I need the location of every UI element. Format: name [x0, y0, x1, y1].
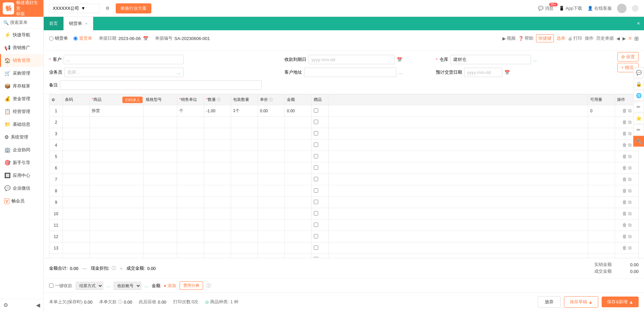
- delete-icon-3[interactable]: 🗑: [622, 131, 627, 137]
- row-amount-1[interactable]: 0.00: [285, 105, 312, 117]
- copy-icon-1[interactable]: ⧉: [628, 108, 632, 114]
- copy-icon-3[interactable]: ⧉: [628, 131, 632, 137]
- one-click-payment[interactable]: 一键收款: [49, 283, 72, 289]
- warehouse-input[interactable]: 建材仓: [450, 55, 531, 64]
- copy-icon-13[interactable]: ⧉: [628, 245, 632, 251]
- delete-icon-2[interactable]: 🗑: [622, 119, 627, 125]
- row-product-1[interactable]: 拆货: [90, 105, 144, 117]
- copy-icon-8[interactable]: ⧉: [628, 188, 632, 194]
- sidebar-item-quick-nav[interactable]: ⚡ 快捷导航: [0, 29, 43, 41]
- row-gift-2[interactable]: [312, 117, 329, 128]
- delete-icon-12[interactable]: 🗑: [622, 234, 627, 239]
- sidebar-item-marketing[interactable]: 📢 营销推广: [0, 41, 43, 54]
- copy-icon-2[interactable]: ⧉: [628, 119, 632, 125]
- notes-input[interactable]: [60, 80, 262, 90]
- scan-btn[interactable]: 扫码录入: [122, 96, 143, 103]
- tab-sales-order[interactable]: 销货单 ×: [64, 17, 93, 30]
- sidebar-item-enterprise[interactable]: 🏢 企业协同: [0, 144, 43, 156]
- sidebar-item-operations-mgmt[interactable]: 📋 经营管理: [0, 105, 43, 118]
- next-icon[interactable]: ▶: [622, 36, 626, 41]
- row-unit-1[interactable]: 个: [177, 105, 204, 117]
- tab-home[interactable]: 首页: [44, 17, 64, 30]
- short-help-icon[interactable]: ⓘ: [118, 299, 122, 305]
- app-download-btn[interactable]: 📱 App下载: [559, 5, 582, 11]
- experience-btn[interactable]: 体验行业方案: [116, 3, 151, 13]
- sidebar-item-purchase-mgmt[interactable]: 🛒 采购管理: [0, 67, 43, 80]
- delete-icon-8[interactable]: 🗑: [622, 188, 627, 194]
- operations-btn[interactable]: 操作: [585, 35, 594, 41]
- copy-icon-9[interactable]: ⧉: [628, 199, 632, 205]
- customer-input[interactable]: ...: [64, 55, 184, 64]
- collapse-icon[interactable]: ◀: [36, 302, 40, 308]
- print-btn[interactable]: 🖨 打印: [568, 35, 582, 41]
- float-btn-4[interactable]: ✏: [633, 102, 644, 112]
- fee-btn[interactable]: 费用分摊: [180, 281, 203, 290]
- copy-icon-12[interactable]: ⧉: [628, 234, 632, 239]
- calendar-delivery-icon[interactable]: 📅: [504, 70, 510, 75]
- settings-btn[interactable]: ⚙ 设置: [617, 52, 639, 62]
- select-btn[interactable]: 选单: [557, 35, 565, 41]
- tabbar-close-btn[interactable]: ×: [633, 17, 644, 30]
- row-unit-2[interactable]: [177, 117, 204, 128]
- sidebar-search[interactable]: 🔍 搜索菜单: [0, 17, 43, 29]
- payment-method-select[interactable]: 结算方式: [76, 282, 103, 290]
- row-spec-2[interactable]: [144, 117, 177, 128]
- row-gift-1[interactable]: [312, 105, 329, 117]
- row-price-2[interactable]: [258, 117, 285, 128]
- radio-sales-input[interactable]: [49, 36, 53, 41]
- calendar-due-icon[interactable]: 📅: [397, 57, 402, 62]
- delete-icon-6[interactable]: 🗑: [622, 165, 627, 171]
- row-pkgqty-2[interactable]: [231, 117, 258, 128]
- row-spec-1[interactable]: [144, 105, 177, 117]
- shortcut-btn[interactable]: 快捷键: [536, 34, 554, 42]
- row-qty-1[interactable]: -1.00: [204, 105, 231, 117]
- float-btn-6[interactable]: ✏: [633, 124, 644, 135]
- customer-addr-input[interactable]: [304, 68, 396, 77]
- settings-icon[interactable]: ⚙: [3, 302, 8, 308]
- sidebar-item-system-mgmt[interactable]: ⚙ 系统管理: [0, 131, 43, 144]
- sidebar-item-basic-info[interactable]: 📁 基础信息: [0, 118, 43, 131]
- message-btn[interactable]: 💬 消息 99+: [538, 5, 554, 11]
- sidebar-item-finance-mgmt[interactable]: 💰 资金管理: [0, 92, 43, 105]
- float-btn-2[interactable]: 🔒: [633, 79, 644, 89]
- radio-return[interactable]: 退货单: [73, 35, 92, 41]
- row-price-1[interactable]: 0.00: [258, 105, 285, 117]
- row-qty-2[interactable]: [204, 117, 231, 128]
- save-draft-btn[interactable]: 保存草稿 ▲: [564, 296, 599, 308]
- radio-sales[interactable]: 销货单: [49, 35, 68, 41]
- save-new-btn[interactable]: 保存&新增 ▲: [602, 297, 639, 307]
- sidebar-item-new-guide[interactable]: 🎯 新手引导: [0, 156, 43, 169]
- sidebar-item-vip[interactable]: V 畅会员: [0, 195, 43, 207]
- view-icon-2[interactable]: ⊞: [634, 35, 639, 42]
- company-selector[interactable]: XXXXXX公司 ▼: [49, 4, 100, 13]
- delete-icon-11[interactable]: 🗑: [622, 222, 627, 228]
- history-btn[interactable]: 历史单据: [596, 35, 614, 41]
- add-icon[interactable]: ● 添加: [164, 283, 176, 289]
- float-btn-3[interactable]: 🌐: [633, 90, 644, 101]
- copy-icon-10[interactable]: ⧉: [628, 211, 632, 217]
- sidebar-item-enterprise-wechat[interactable]: 💬 企业微信: [0, 182, 43, 195]
- prev-icon[interactable]: ◀: [616, 36, 620, 41]
- delete-icon-1[interactable]: 🗑: [622, 108, 627, 114]
- copy-icon-5[interactable]: ⧉: [628, 154, 632, 159]
- row-pkgqty-1[interactable]: 1个: [231, 105, 258, 117]
- float-btn-7[interactable]: 🔧: [633, 136, 644, 147]
- discard-btn[interactable]: 放弃: [538, 296, 561, 308]
- delete-icon-5[interactable]: 🗑: [622, 154, 627, 159]
- account-dots[interactable]: ...: [145, 283, 148, 288]
- account-select[interactable]: 收款账号: [114, 282, 141, 290]
- payment-checkbox[interactable]: [49, 283, 53, 288]
- calendar-icon[interactable]: 📅: [143, 36, 148, 41]
- fee-help-icon[interactable]: ⓘ: [206, 283, 211, 289]
- discount-help-icon[interactable]: ⓘ: [112, 265, 116, 271]
- help-btn[interactable]: ❓ 帮助: [518, 35, 533, 41]
- row-product-2[interactable]: [90, 117, 144, 128]
- delete-icon-10[interactable]: 🗑: [622, 211, 627, 217]
- payment-method-dots[interactable]: ...: [107, 283, 110, 288]
- copy-icon-6[interactable]: ⧉: [628, 165, 632, 171]
- sidebar-item-sales-mgmt[interactable]: 🏠 销售管理: [0, 54, 43, 67]
- delete-icon-13[interactable]: 🗑: [622, 245, 627, 251]
- delete-icon-9[interactable]: 🗑: [622, 199, 627, 205]
- float-btn-1[interactable]: 💬: [633, 67, 644, 78]
- online-service-btn[interactable]: 👤 在线客服: [588, 5, 612, 11]
